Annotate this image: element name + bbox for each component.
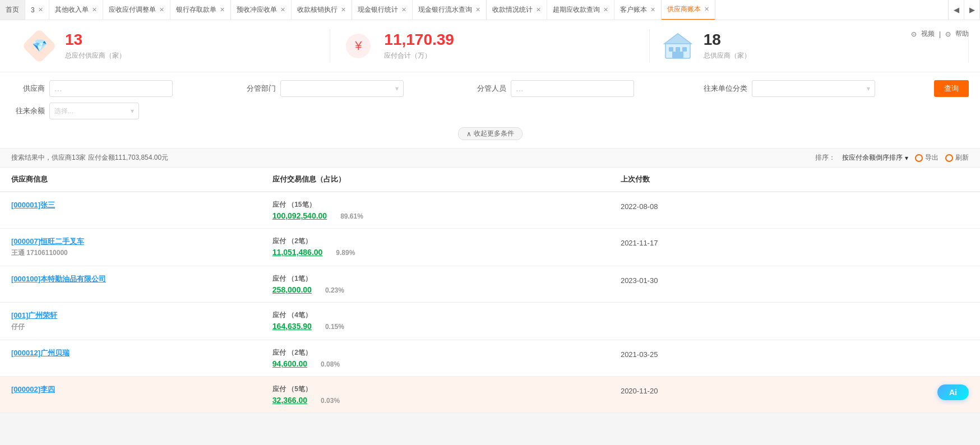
supplier-dots: ... (54, 84, 62, 94)
nav-tab-cash-bank-stats-close[interactable]: ✕ (401, 6, 406, 13)
transaction-type-2: 应付 （2笔） (272, 237, 621, 246)
last-payment-6: 2020-11-20 (621, 384, 795, 395)
nav-tab-bank-deposit-close[interactable]: ✕ (220, 6, 225, 13)
nav-tab-receipt-verify[interactable]: 收款核销执行 ✕ (292, 0, 352, 20)
stat-block-payable-amount: ¥ 11,170.39 应付合计（万） (330, 29, 649, 63)
nav-tab-collection-stats[interactable]: 收款情况统计 ✕ (487, 0, 547, 20)
collapse-button[interactable]: ∧ 收起更多条件 (458, 127, 523, 140)
table-header: 供应商信息 应付交易信息（占比） 上次付数 (0, 168, 980, 192)
nav-tab-supplier-account-close[interactable]: ✕ (704, 6, 709, 13)
nav-tab-3-close[interactable]: ✕ (38, 6, 43, 13)
transaction-amount-6[interactable]: 32,366.00 (272, 396, 307, 405)
nav-tab-other-income-label: 其他收入单 (55, 5, 89, 15)
balance-filter-select[interactable]: 选择... ▾ (49, 103, 139, 119)
nav-tab-3-label: 3 (31, 6, 35, 14)
balance-chevron: ▾ (131, 107, 134, 115)
supplier-link-3[interactable]: [000100]本特勤油品有限公司 (11, 275, 106, 283)
transaction-type-6: 应付 （5笔） (272, 384, 621, 394)
sort-select[interactable]: 按应付余额倒序排序 ▾ (842, 153, 908, 163)
nav-tab-other-income[interactable]: 其他收入单 ✕ (49, 0, 103, 20)
nav-tab-cash-bank-flow[interactable]: 现金银行流水查询 ✕ (413, 0, 487, 20)
video-link[interactable]: 视频 (921, 29, 935, 39)
transaction-row-4: 164,635.90 0.15% (272, 322, 621, 331)
filter-row-2: 往来余额 选择... ▾ (11, 103, 969, 119)
nav-tab-advance-collection[interactable]: 预收冲应收单 ✕ (231, 0, 292, 20)
stat-info-total-suppliers: 18 总供应商（家） (704, 31, 751, 61)
last-payment-3: 2023-01-30 (621, 274, 795, 285)
transaction-row-2: 11,051,486.00 9.89% (272, 248, 621, 257)
nav-tab-3[interactable]: 3 ✕ (25, 0, 49, 20)
export-icon (915, 154, 923, 162)
supplier-link-4[interactable]: [001]广州荣轩 (11, 311, 57, 319)
nav-tab-bank-deposit[interactable]: 银行存取款单 ✕ (170, 0, 231, 20)
svg-rect-3 (682, 47, 687, 52)
collapse-label: 收起更多条件 (474, 129, 514, 138)
department-filter-input[interactable]: ▾ (280, 80, 404, 97)
transaction-info-3: 应付 （1笔） 258,000.00 0.23% (272, 274, 621, 294)
transaction-row-5: 94,600.00 0.08% (272, 359, 621, 368)
results-actions: 排序： 按应付余额倒序排序 ▾ 导出 刷新 (815, 153, 969, 163)
export-button[interactable]: 导出 (915, 153, 939, 163)
svg-rect-4 (672, 52, 683, 58)
column-header-last-payment: 上次付数 (621, 174, 795, 184)
help-link[interactable]: 帮助 (955, 29, 969, 39)
transaction-amount-3[interactable]: 258,000.00 (272, 285, 312, 294)
nav-tab-payable-adjust-close[interactable]: ✕ (159, 6, 164, 13)
transaction-amount-4[interactable]: 164,635.90 (272, 322, 312, 331)
nav-tab-payable-adjust[interactable]: 应收应付调整单 ✕ (103, 0, 170, 20)
table-row-2: [000007]恒旺二手叉车 王通 17106110000 应付 （2笔） 11… (0, 229, 980, 266)
nav-tab-overdue-query-close[interactable]: ✕ (603, 6, 608, 13)
nav-tab-collection-stats-label: 收款情况统计 (492, 5, 533, 15)
nav-tab-bank-deposit-label: 银行存取款单 (176, 5, 216, 15)
supplier-link-5[interactable]: [000012]广州贝瑞 (11, 349, 70, 357)
nav-tab-other-income-close[interactable]: ✕ (92, 6, 97, 13)
transaction-amount-5[interactable]: 94,600.00 (272, 359, 307, 368)
transaction-amount-2[interactable]: 11,051,486.00 (272, 248, 323, 257)
supplier-filter-input[interactable]: ... (49, 80, 173, 97)
transaction-amount-1[interactable]: 100,092,540.00 (272, 211, 327, 220)
nav-tab-cash-bank-flow-label: 现金银行流水查询 (418, 5, 472, 15)
supplier-link-6[interactable]: [000002]李四 (11, 385, 55, 393)
collapse-icon: ∧ (466, 130, 471, 138)
nav-tab-receipt-verify-close[interactable]: ✕ (341, 6, 346, 13)
search-button[interactable]: 查询 (934, 80, 969, 97)
unit-category-filter-input[interactable]: ▾ (752, 80, 875, 97)
supplier-sub-2: 王通 17106110000 (11, 248, 272, 258)
supplier-link-1[interactable]: [000001]张三 (11, 201, 55, 209)
supplier-link-2[interactable]: [000007]恒旺二手叉车 (11, 237, 84, 245)
nav-tab-cash-bank-stats[interactable]: 现金银行统计 ✕ (352, 0, 413, 20)
column-header-supplier-info: 供应商信息 (11, 174, 272, 184)
transaction-type-4: 应付 （4笔） (272, 310, 621, 320)
nav-tab-supplier-account-label: 供应商账本 (667, 4, 701, 14)
nav-tab-overdue-query[interactable]: 超期应收款查询 ✕ (547, 0, 614, 20)
video-icon: ⊙ (911, 30, 917, 38)
results-summary: 搜索结果中，供应商13家 应付金额111,703,854.00元 (11, 153, 168, 163)
last-payment-4 (621, 310, 795, 313)
results-bar: 搜索结果中，供应商13家 应付金额111,703,854.00元 排序： 按应付… (0, 149, 980, 168)
nav-tab-customer-account-close[interactable]: ✕ (650, 6, 655, 13)
nav-tab-customer-account[interactable]: 客户账本 ✕ (614, 0, 662, 20)
transaction-percent-6: 0.03% (321, 397, 340, 405)
transaction-count-5: （2笔） (288, 349, 312, 356)
nav-tab-supplier-account[interactable]: 供应商账本 ✕ (662, 0, 715, 20)
nav-tab-collection-stats-close[interactable]: ✕ (536, 6, 541, 13)
nav-tab-advance-collection-close[interactable]: ✕ (280, 6, 285, 13)
table-rows-container: [000001]张三 应付 （15笔） 100,092,540.00 89.61… (0, 192, 980, 413)
unit-category-filter-label: 往来单位分类 (704, 84, 747, 94)
refresh-button[interactable]: 刷新 (945, 153, 969, 163)
transaction-row-6: 32,366.00 0.03% (272, 396, 621, 405)
ai-badge-label: Ai (949, 388, 957, 397)
nav-tab-receipt-verify-label: 收款核销执行 (297, 5, 338, 15)
balance-filter-label: 往来余额 (11, 106, 45, 116)
nav-arrow-right[interactable]: ▶ (964, 0, 980, 20)
transaction-count-4: （4笔） (288, 311, 312, 319)
nav-tab-home[interactable]: 首页 (0, 0, 25, 20)
collapse-bar: ∧ 收起更多条件 (11, 125, 969, 142)
manager-filter-input[interactable]: ... (511, 80, 634, 97)
last-payment-2: 2021-11-17 (621, 237, 795, 247)
nav-arrow-left[interactable]: ◀ (949, 0, 964, 20)
table-row-1: [000001]张三 应付 （15笔） 100,092,540.00 89.61… (0, 192, 980, 229)
ai-badge[interactable]: Ai (937, 384, 969, 400)
supplier-info-6: [000002]李四 (11, 384, 272, 395)
nav-tab-cash-bank-flow-close[interactable]: ✕ (475, 6, 480, 13)
